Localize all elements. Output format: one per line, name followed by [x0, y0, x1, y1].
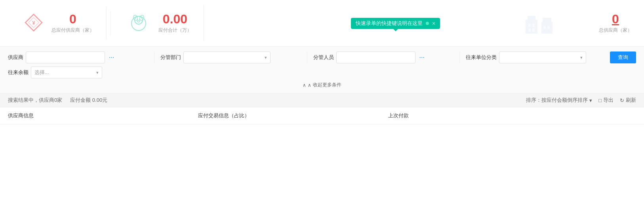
payable-total-value: 0.00: [163, 13, 187, 25]
svg-rect-14: [543, 18, 551, 23]
unit-class-select[interactable]: ▾: [499, 51, 586, 63]
department-select[interactable]: ▾: [183, 51, 271, 63]
svg-rect-19: [543, 26, 546, 29]
svg-rect-20: [547, 26, 550, 29]
filter-group-unit-class: 往来单位分类 ▾: [466, 51, 606, 63]
total-suppliers-value: 0: [612, 13, 619, 25]
stat-payable-text: 0 总应付供应商（家）: [51, 13, 94, 34]
payable-total-label: 应付合计（万）: [158, 27, 192, 34]
refresh-button[interactable]: ↻ 刷新: [620, 97, 636, 104]
stat-total-suppliers-text: 0 总供应商（家）: [599, 13, 632, 34]
tooltip-dot: [426, 22, 429, 25]
total-payable-value: 0: [69, 13, 76, 25]
person-dots-btn[interactable]: ···: [418, 54, 426, 61]
svg-rect-17: [528, 29, 531, 32]
balance-placeholder: 选择...: [34, 69, 49, 76]
svg-point-9: [137, 21, 140, 22]
refresh-icon: ↻: [620, 97, 624, 103]
export-button[interactable]: □ 导出: [598, 97, 614, 104]
filter-group-supplier: 供应商 ···: [8, 51, 148, 63]
sort-selector[interactable]: 排序：按应付会额倒序排序 ▾: [526, 97, 592, 104]
refresh-label: 刷新: [626, 97, 636, 104]
person-label: 分管人员: [313, 54, 334, 61]
balance-chevron-icon: ▾: [96, 70, 99, 75]
divider-2: [307, 51, 307, 63]
supplier-count: 搜索结果中，供应商0家: [8, 97, 62, 104]
collapse-button[interactable]: ∧ ∧ 收起更多条件: [303, 82, 341, 88]
person-input[interactable]: [336, 51, 415, 63]
stat-total-payable-suppliers: ¥ 0 总应付供应商（家）: [12, 7, 107, 40]
svg-point-4: [135, 16, 143, 24]
stats-bar: ¥ 0 总应付供应商（家）: [0, 0, 644, 47]
balance-label: 往来余额: [8, 69, 29, 76]
svg-rect-12: [528, 16, 535, 21]
filter-area: 供应商 ··· 分管部门 ▾ 分管人员 ··· 往来单位分类 ▾: [0, 47, 644, 93]
shortcut-tooltip[interactable]: 快速录单的快捷键说明在这里 ×: [351, 18, 440, 29]
unit-class-chevron-icon: ▾: [580, 55, 583, 60]
total-payable-label: 总应付供应商（家）: [51, 27, 94, 34]
sort-chevron-icon: ▾: [589, 97, 592, 103]
stat-total-suppliers: 0 总供应商（家）: [587, 7, 644, 40]
svg-rect-11: [526, 20, 537, 34]
sort-text: 排序：按应付会额倒序排序: [526, 97, 588, 104]
diamond-icon: ¥: [24, 13, 44, 34]
svg-point-7: [137, 19, 138, 21]
col-payment-header: 上次付款: [388, 112, 636, 119]
total-suppliers-label: 总供应商（家）: [599, 27, 632, 34]
collapse-label: 收起更多条件: [313, 82, 341, 88]
stat-payable-total: 0.00 应付合计（万）: [115, 5, 204, 42]
supplier-label: 供应商: [8, 54, 23, 61]
results-actions: 排序：按应付会额倒序排序 ▾ □ 导出 ↻ 刷新: [526, 97, 636, 104]
collapse-row: ∧ ∧ 收起更多条件: [8, 82, 636, 88]
filter-row-1: 供应商 ··· 分管部门 ▾ 分管人员 ··· 往来单位分类 ▾: [8, 51, 636, 63]
balance-select[interactable]: 选择... ▾: [31, 67, 102, 78]
unit-class-label: 往来单位分类: [466, 54, 497, 61]
divider-3: [459, 51, 460, 63]
filter-group-person: 分管人员 ···: [313, 51, 453, 63]
svg-rect-13: [541, 22, 553, 34]
pig-icon: [127, 11, 151, 36]
results-bar: 搜索结果中，供应商0家 应付金额 0.00元 排序：按应付会额倒序排序 ▾ □ …: [0, 93, 644, 107]
svg-text:¥: ¥: [32, 20, 35, 26]
collapse-up-icon: ∧ ∧: [303, 82, 311, 88]
svg-rect-15: [528, 24, 531, 27]
department-label: 分管部门: [160, 54, 181, 61]
divider-1: [154, 51, 154, 63]
filter-row-2: 往来余额 选择... ▾: [8, 67, 636, 78]
svg-rect-18: [532, 29, 535, 32]
col-supplier-header: 供应商信息: [8, 112, 198, 119]
payable-amount: 应付金额 0.00元: [70, 97, 107, 104]
tooltip-text: 快速录单的快捷键说明在这里: [356, 20, 423, 27]
stat-payable-total-text: 0.00 应付合计（万）: [158, 13, 192, 34]
query-button[interactable]: 查询: [610, 51, 636, 63]
tooltip-close-icon[interactable]: ×: [432, 20, 435, 27]
filter-group-department: 分管部门 ▾: [160, 51, 301, 63]
results-summary: 搜索结果中，供应商0家 应付金额 0.00元: [8, 97, 107, 104]
svg-point-8: [139, 19, 141, 21]
filter-group-balance: 往来余额 选择... ▾: [8, 67, 127, 78]
department-chevron-icon: ▾: [265, 55, 267, 60]
table-body: [0, 124, 644, 204]
supplier-input[interactable]: [26, 51, 105, 63]
supplier-dots-btn[interactable]: ···: [107, 54, 116, 61]
table-header: 供应商信息 应付交易信息（占比） 上次付款: [0, 107, 644, 124]
export-icon: □: [598, 97, 602, 103]
svg-rect-16: [532, 24, 535, 27]
export-label: 导出: [603, 97, 614, 104]
col-transaction-header: 应付交易信息（占比）: [198, 112, 388, 119]
